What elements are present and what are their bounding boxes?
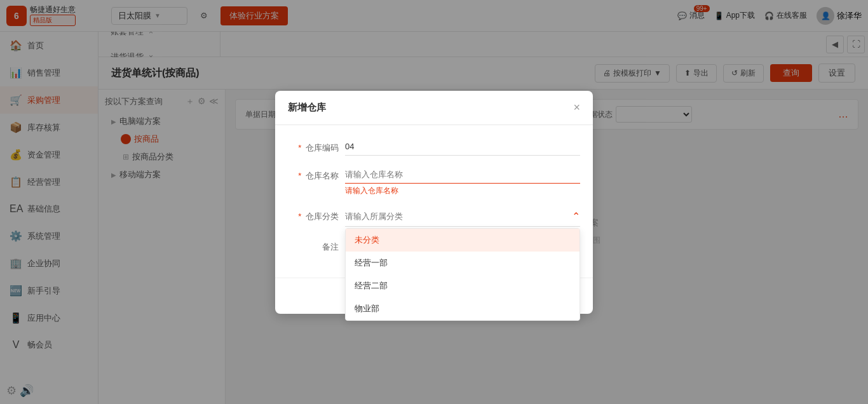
category-toggle-btn[interactable]: ⌃ [572, 210, 580, 222]
category-input-row: ⌃ [345, 206, 580, 227]
category-label: * 仓库分类 [288, 206, 339, 222]
form-row-name: * 仓库名称 请输入仓库名称 [288, 166, 580, 196]
cat-option-property[interactable]: 物业部 [346, 297, 580, 320]
code-label: * 仓库编码 [288, 138, 339, 154]
cat-option-ops2[interactable]: 经营二部 [346, 274, 580, 297]
name-label: * 仓库名称 [288, 166, 339, 182]
form-row-category: * 仓库分类 ⌃ 未分类经营一部经营二部物业部 [288, 206, 580, 227]
name-control: 请输入仓库名称 [345, 166, 580, 196]
code-input[interactable] [345, 138, 580, 156]
cat-option-ops1[interactable]: 经营一部 [346, 252, 580, 274]
add-warehouse-modal: 新增仓库 × * 仓库编码 * 仓库名称 [275, 91, 593, 314]
modal-body: * 仓库编码 * 仓库名称 请输入仓库名称 [275, 125, 593, 278]
modal-header: 新增仓库 × [275, 91, 593, 125]
note-label: 备注 [288, 237, 339, 253]
category-input[interactable] [345, 212, 572, 221]
code-control [345, 138, 580, 156]
modal-title: 新增仓库 [288, 102, 326, 114]
form-row-code: * 仓库编码 [288, 138, 580, 156]
category-dropdown: 未分类经营一部经营二部物业部 [345, 228, 580, 321]
category-options: 未分类经营一部经营二部物业部 [346, 229, 580, 320]
name-input[interactable] [345, 166, 580, 184]
category-control: ⌃ 未分类经营一部经营二部物业部 [345, 206, 580, 227]
name-error-msg: 请输入仓库名称 [345, 185, 580, 196]
modal-overlay[interactable]: 新增仓库 × * 仓库编码 * 仓库名称 [0, 0, 868, 404]
cat-option-none[interactable]: 未分类 [346, 229, 580, 252]
modal-close-btn[interactable]: × [573, 101, 580, 114]
